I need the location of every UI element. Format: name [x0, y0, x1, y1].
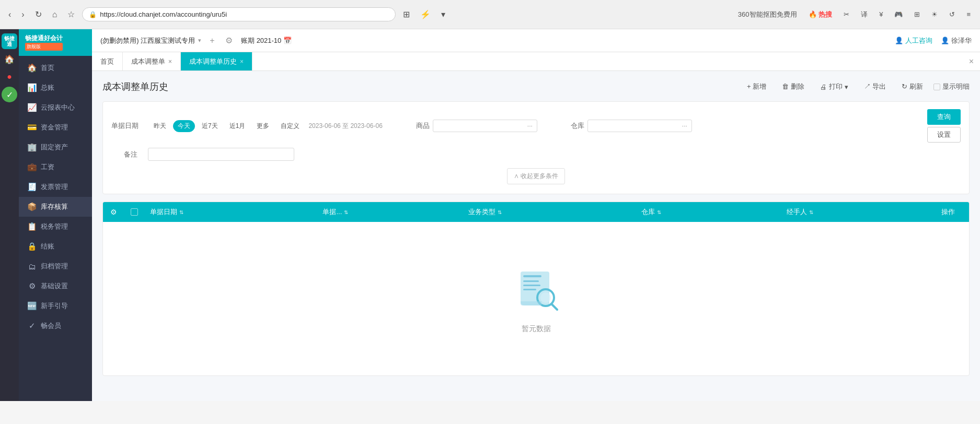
lightning-button[interactable]: ⚡: [417, 7, 434, 21]
period-text: 账期: [241, 36, 255, 45]
yesterday-btn[interactable]: 昨天: [149, 120, 171, 132]
svg-rect-4: [523, 289, 536, 290]
user-info[interactable]: 👤 徐泽华: [941, 36, 972, 45]
set-button[interactable]: 设置: [927, 127, 961, 143]
last1month-btn[interactable]: 近1月: [225, 120, 250, 132]
svg-point-6: [540, 292, 551, 303]
col-checkbox[interactable]: [124, 208, 145, 216]
custom-btn[interactable]: 自定义: [276, 120, 304, 132]
extensions-button[interactable]: ⊞: [400, 7, 413, 21]
col-settings[interactable]: ⚙: [103, 208, 124, 216]
close-period-icon: 🔒: [27, 242, 37, 251]
sidebar-item-member-label: 畅会员: [41, 321, 61, 331]
wallet-btn[interactable]: ¥: [875, 8, 887, 20]
address-bar[interactable]: 🔒 https://cloud.chanjet.com/accounting/u…: [82, 7, 396, 21]
add-button[interactable]: + 新增: [742, 79, 771, 94]
remark-input[interactable]: [148, 148, 294, 161]
sidebar-item-invoice[interactable]: 🧾 发票管理: [19, 177, 92, 197]
sidebar-item-assets[interactable]: 🏢 固定资产: [19, 137, 92, 157]
undo-btn[interactable]: ↺: [945, 8, 959, 20]
app-icon-chanjet[interactable]: 畅捷通: [2, 33, 17, 49]
table-container: ⚙ 单据日期 ⇅ 单据... ⇅ 业务类型 ⇅: [102, 202, 970, 376]
print-button[interactable]: 🖨 打印 ▾: [815, 79, 854, 94]
hot-search-btn[interactable]: 🔥 热搜: [804, 8, 837, 21]
toolbar-actions: + 新增 🗑 删除 🖨 打印 ▾ ↗ 导出 ↻ 刷新 显示明细: [742, 79, 970, 94]
app-icon-3[interactable]: ✓: [2, 87, 17, 102]
back-button[interactable]: ‹: [5, 8, 14, 21]
sidebar-item-close[interactable]: 🔒 结账: [19, 237, 92, 256]
tab-cost-adjust[interactable]: 成本调整单 ×: [123, 52, 181, 70]
delete-button[interactable]: 🗑 删除: [777, 79, 810, 94]
column-settings-icon[interactable]: ⚙: [110, 208, 117, 216]
search-tool[interactable]: 360智能抠图免费用: [734, 8, 801, 21]
sidebar-item-finance[interactable]: 💳 资金管理: [19, 117, 92, 137]
app-icon-2[interactable]: ●: [2, 69, 17, 85]
sidebar-item-tax-label: 税务管理: [41, 222, 68, 231]
query-button[interactable]: 查询: [927, 109, 961, 125]
sidebar-item-tax[interactable]: 📋 税务管理: [19, 217, 92, 237]
tab-cost-adjust-history-label: 成本调整单历史: [189, 57, 237, 66]
tab-home[interactable]: 首页: [92, 52, 123, 70]
filter-area: 单据日期 昨天 今天 近7天 近1月 更多 自定义 2023-06-06 至 2…: [102, 101, 970, 194]
export-button[interactable]: ↗ 导出: [859, 79, 892, 94]
col-voucher[interactable]: 单据... ⇅: [317, 207, 463, 217]
sidebar-item-home[interactable]: 🏠 首页: [19, 58, 92, 78]
game-btn[interactable]: 🎮: [890, 8, 907, 20]
brightness-btn[interactable]: ☀: [927, 8, 942, 20]
col-warehouse[interactable]: 仓库 ⇅: [636, 207, 782, 217]
col-date-label: 单据日期: [150, 207, 177, 217]
refresh-button[interactable]: ↻ 刷新: [896, 79, 928, 94]
add-tab-button[interactable]: +: [207, 36, 216, 45]
sidebar-item-member[interactable]: ✓ 畅会员: [19, 316, 92, 336]
sidebar-item-reports[interactable]: 📈 云报表中心: [19, 98, 92, 117]
warehouse-filter-label: 仓库: [558, 121, 584, 131]
display-cols-toggle[interactable]: 显示明细: [933, 82, 970, 91]
col-biztype[interactable]: 业务类型 ⇅: [463, 207, 636, 217]
calendar-icon[interactable]: 📅: [283, 37, 292, 44]
scissors-btn[interactable]: ✂: [839, 8, 854, 20]
sidebar-item-archive-label: 归档管理: [41, 262, 68, 271]
product-more-icon[interactable]: ···: [527, 122, 533, 129]
date-range-display: 2023-06-06 至 2023-06-06: [308, 122, 382, 131]
display-cols-checkbox[interactable]: [933, 84, 940, 90]
col-date[interactable]: 单据日期 ⇅: [145, 207, 317, 217]
sidebar-item-inventory[interactable]: 📦 库存核算: [19, 197, 92, 217]
translate-btn[interactable]: 译: [857, 8, 872, 21]
product-select[interactable]: ···: [433, 120, 537, 132]
sidebar-item-ledger[interactable]: 📊 总账: [19, 78, 92, 98]
warehouse-select[interactable]: ···: [587, 120, 692, 132]
tab-cost-adjust-history[interactable]: 成本调整单历史 ×: [181, 52, 252, 70]
home-button[interactable]: ⌂: [49, 8, 61, 21]
sidebar-item-guide[interactable]: 🆕 新手引导: [19, 296, 92, 316]
svg-rect-3: [523, 285, 540, 286]
today-btn[interactable]: 今天: [173, 120, 195, 132]
date-sort-icon: ⇅: [179, 209, 183, 215]
filter-row-1: 单据日期 昨天 今天 近7天 近1月 更多 自定义 2023-06-06 至 2…: [111, 109, 961, 143]
select-all-checkbox[interactable]: [131, 208, 138, 216]
print-dropdown-icon[interactable]: ▾: [845, 83, 848, 91]
workspace-selector[interactable]: (勿删勿禁用) 江西服宝测试专用 ▾: [100, 36, 201, 45]
header-settings-button[interactable]: ⚙: [223, 36, 235, 45]
tab-cost-adjust-history-close[interactable]: ×: [240, 58, 244, 65]
sidebar-item-settings[interactable]: ⚙ 基础设置: [19, 276, 92, 296]
forward-button[interactable]: ›: [18, 8, 27, 21]
app-icon-1[interactable]: 🏠: [2, 51, 17, 67]
grid-btn[interactable]: ⊞: [910, 8, 924, 20]
refresh-button[interactable]: ↻: [32, 7, 45, 21]
more-btn[interactable]: 更多: [252, 120, 274, 132]
last7days-btn[interactable]: 近7天: [197, 120, 223, 132]
col-handler[interactable]: 经手人 ⇅: [781, 207, 927, 217]
service-person-icon: 👤: [895, 37, 903, 44]
col-warehouse-label: 仓库: [641, 207, 655, 217]
sidebar-item-archive[interactable]: 🗂 归档管理: [19, 256, 92, 276]
tab-cost-adjust-close[interactable]: ×: [168, 58, 172, 65]
filter-row-2: 备注: [111, 148, 961, 161]
tab-area-close-button[interactable]: ×: [963, 57, 980, 66]
menu-btn[interactable]: ≡: [962, 8, 975, 20]
bookmark-button[interactable]: ☆: [64, 7, 78, 21]
collapse-button[interactable]: ∧ 收起更多条件: [507, 168, 565, 184]
sidebar-item-salary[interactable]: 💼 工资: [19, 157, 92, 177]
service-button[interactable]: 👤 人工咨询: [895, 36, 932, 45]
warehouse-more-icon[interactable]: ···: [682, 122, 687, 129]
browser-dropdown[interactable]: ▾: [438, 7, 448, 21]
